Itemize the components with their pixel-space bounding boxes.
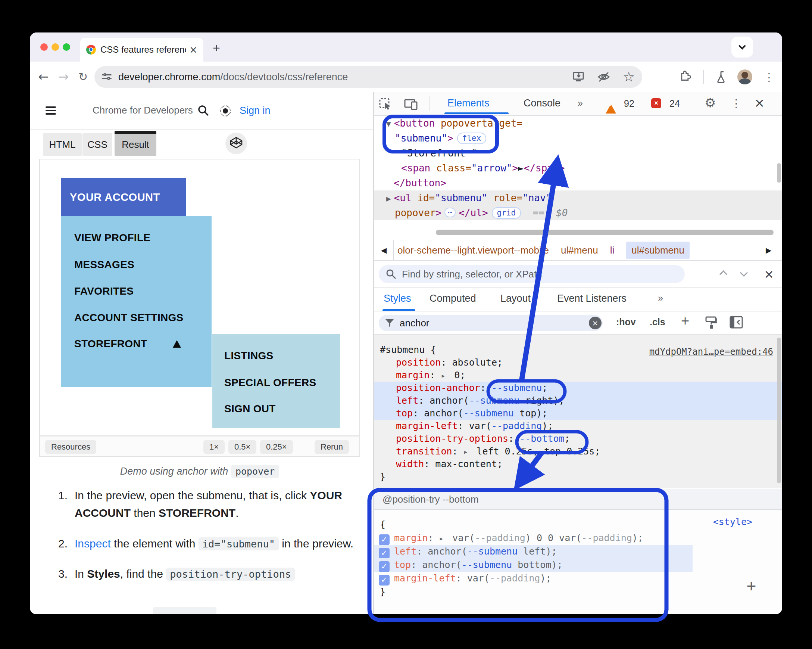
more-sidebar-tabs-icon[interactable]: » [658, 293, 663, 304]
code-line[interactable]: ▼<button popovertarget= [374, 116, 782, 131]
devtools-menu-icon[interactable]: ⋮ [731, 97, 742, 110]
dom-tree[interactable]: ▼<button popovertarget="submenu">flex"St… [374, 116, 782, 228]
warnings-indicator[interactable]: ! [606, 98, 616, 104]
your-account-button[interactable]: YOUR ACCOUNT [61, 178, 186, 216]
vertical-scrollbar-thumb[interactable] [777, 163, 781, 182]
find-input[interactable]: Find by string, selector, or XPath [379, 265, 685, 283]
tab-search-button[interactable] [731, 37, 753, 58]
position-try-declarations[interactable]: {✓margin: ▸ var(--padding) 0 0 var(--pad… [374, 518, 693, 598]
declaration-checkbox[interactable]: ✓ [379, 575, 389, 586]
code-line[interactable]: ▶<ul id="submenu" role="nav" [374, 190, 782, 205]
tab-html[interactable]: HTML [43, 133, 82, 156]
code-line[interactable]: { [374, 518, 693, 531]
window-zoom-button[interactable] [63, 43, 70, 51]
code-line[interactable]: popover>⋯</ul>grid == $0 [374, 205, 782, 220]
tab-css[interactable]: CSS [82, 133, 112, 156]
add-declaration-icon[interactable]: + [747, 577, 756, 595]
code-line[interactable]: margin-left: var(--padding); [374, 420, 782, 432]
menu-item-view-profile[interactable]: VIEW PROFILE [74, 232, 150, 244]
scale-025x-button[interactable]: 0.25× [260, 440, 293, 454]
styles-filter-input[interactable]: anchor [379, 315, 603, 331]
tab-result[interactable]: Result [114, 131, 156, 156]
sign-in-link[interactable]: Sign in [240, 105, 270, 116]
find-previous-icon[interactable] [719, 270, 727, 278]
computed-panel-toggle-icon[interactable] [730, 316, 743, 329]
breadcrumb-item[interactable]: olor-scheme--light.viewport--mobile [397, 245, 549, 256]
tab-console[interactable]: Console [524, 92, 560, 114]
breadcrumb-item[interactable]: ul#menu [561, 245, 598, 256]
css-rule-submenu[interactable]: #submenu {position: absolute;margin: ▸ 0… [374, 344, 782, 483]
tab-styles[interactable]: Styles [384, 293, 411, 304]
window-close-button[interactable] [40, 43, 48, 51]
search-icon[interactable] [197, 104, 210, 117]
code-line[interactable]: position: absolute; [374, 356, 782, 369]
breadcrumb-prev-icon[interactable]: ◀ [374, 240, 394, 260]
declaration-checkbox[interactable]: ✓ [379, 534, 389, 545]
code-line[interactable]: <span class="arrow">►</span> [374, 161, 782, 176]
submenu-item-listings[interactable]: LISTINGS [224, 350, 273, 362]
forward-button[interactable]: → [58, 69, 69, 84]
code-line[interactable]: margin: ▸ 0; [374, 369, 782, 382]
new-style-rule-icon[interactable]: + [681, 313, 689, 329]
horizontal-scrollbar[interactable] [374, 229, 782, 236]
code-line[interactable]: width: max-content; [374, 458, 782, 470]
labs-flask-icon[interactable] [715, 70, 726, 83]
breadcrumb-item[interactable]: ul#submenu [626, 242, 690, 259]
breadcrumb-item[interactable]: li [610, 245, 615, 256]
breadcrumb-next-icon[interactable]: ▶ [766, 246, 782, 255]
code-line[interactable]: "submenu">flex [374, 131, 782, 145]
code-line[interactable]: } [374, 470, 782, 483]
rerun-button[interactable]: Rerun [314, 440, 349, 454]
tab-computed[interactable]: Computed [429, 293, 476, 304]
errors-indicator[interactable]: × [651, 98, 661, 108]
code-line[interactable]: } [374, 585, 693, 598]
filter-clear-icon[interactable]: × [589, 317, 601, 329]
reload-button[interactable]: ↻ [78, 70, 88, 83]
code-line[interactable]: ✓top: anchor(--submenu bottom); [374, 558, 693, 572]
scale-05x-button[interactable]: 0.5× [228, 440, 256, 454]
code-line[interactable]: transition: ▸ left 0.25s, top 0.25s; [374, 445, 782, 458]
install-icon[interactable] [573, 71, 585, 83]
tab-event-listeners[interactable]: Event Listeners [557, 293, 627, 304]
device-toolbar-icon[interactable] [404, 98, 418, 111]
code-line[interactable]: top: anchor(--submenu top); [374, 407, 782, 420]
find-next-icon[interactable] [740, 269, 748, 277]
hamburger-menu-icon[interactable] [46, 106, 56, 115]
bookmark-star-icon[interactable]: ☆ [623, 71, 635, 83]
code-line[interactable]: </button> [374, 176, 782, 190]
reading-mode-eye-icon[interactable] [597, 71, 610, 83]
toggle-hover-state-button[interactable]: :hov [616, 317, 636, 328]
scale-1x-button[interactable]: 1× [203, 440, 224, 454]
browser-menu-icon[interactable]: ⋮ [763, 70, 775, 84]
browser-tab[interactable]: CSS features reference | Chr × [80, 38, 203, 61]
code-line[interactable]: ✓margin-left: var(--padding); [374, 572, 693, 585]
styles-scrollbar-thumb[interactable] [777, 338, 781, 483]
tab-layout[interactable]: Layout [501, 293, 531, 304]
code-line[interactable]: left: anchor(--submenu right); [374, 394, 782, 407]
code-line[interactable]: ✓left: anchor(--submenu left); [374, 545, 693, 558]
code-line[interactable]: "Storefront " [374, 145, 782, 161]
codepen-button[interactable] [225, 133, 247, 154]
new-tab-button[interactable]: + [213, 41, 220, 55]
more-tabs-icon[interactable]: » [578, 92, 583, 114]
rendering-emulation-icon[interactable] [705, 316, 717, 329]
menu-item-storefront[interactable]: STOREFRONT [74, 338, 147, 350]
address-bar[interactable]: developer.chrome.com/docs/devtools/css/r… [95, 66, 642, 88]
breadcrumb-items[interactable]: olor-scheme--light.viewport--mobileul#me… [394, 242, 766, 259]
extensions-icon[interactable] [679, 70, 692, 83]
code-line[interactable]: position-try-options: --bottom; [374, 432, 782, 445]
inspect-element-icon[interactable] [379, 98, 393, 111]
back-button[interactable]: ← [38, 69, 49, 84]
menu-item-account-settings[interactable]: ACCOUNT SETTINGS [74, 312, 183, 324]
scrollbar-thumb[interactable] [436, 230, 774, 235]
submenu-item-sign-out[interactable]: SIGN OUT [224, 403, 276, 415]
style-source-link[interactable]: <style> [713, 516, 752, 527]
site-settings-icon[interactable] [102, 73, 111, 81]
window-minimize-button[interactable] [52, 43, 59, 51]
devtools-close-icon[interactable]: × [754, 95, 765, 110]
find-close-icon[interactable]: × [764, 267, 774, 281]
resources-button[interactable]: Resources [45, 440, 96, 454]
menu-item-favorites[interactable]: FAVORITES [74, 285, 134, 297]
declaration-checkbox[interactable]: ✓ [379, 548, 389, 559]
tab-elements[interactable]: Elements [447, 92, 490, 114]
